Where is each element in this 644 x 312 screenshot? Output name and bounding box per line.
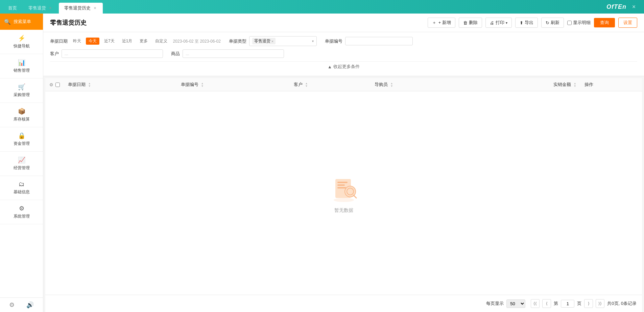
bill-type-tag: 零售退货 × xyxy=(252,38,276,44)
show-detail-checkbox-label[interactable]: 显示明细 xyxy=(567,20,591,26)
bill-type-label: 单据类型 xyxy=(229,38,246,44)
date-today-btn[interactable]: 今天 xyxy=(86,38,99,45)
sidebar-search-label: 搜索菜单 xyxy=(14,19,31,25)
goods-placeholder: ... xyxy=(186,51,189,56)
customer-placeholder: ... xyxy=(65,51,68,56)
customer-select[interactable]: ... xyxy=(62,49,163,58)
table-container: ⚙ 单据日期 ▲▼ 单据编号 ▲▼ xyxy=(45,78,642,312)
sidebar-item-label: 采购管理 xyxy=(14,92,30,98)
tab-home[interactable]: 首页 xyxy=(3,3,22,14)
date-yesterday-btn[interactable]: 昨天 xyxy=(70,38,84,45)
date-1month-btn[interactable]: 近1月 xyxy=(119,38,135,45)
brand-logo: OfTEn xyxy=(606,3,626,10)
filter-area: 单据日期 昨天 今天 近7天 近1月 更多 自定义 2023-06-02 至 2… xyxy=(43,32,644,76)
sidebar-item-system[interactable]: ⚙ 系统管理 xyxy=(0,200,43,224)
window-close-button[interactable]: × xyxy=(629,2,639,12)
quick-nav-icon: ⚡ xyxy=(18,35,25,42)
print-dropdown-icon: ▾ xyxy=(506,21,507,25)
sidebar-item-operations[interactable]: 📈 经营管理 xyxy=(0,152,43,176)
delete-icon: 🗑 xyxy=(463,20,468,25)
main-layout: 🔍 搜索菜单 ⚡ 快捷导航 📊 销售管理 🛒 采购管理 📦 库存核算 🔒 资金管… xyxy=(0,14,644,312)
date-custom-btn[interactable]: 自定义 xyxy=(152,38,170,45)
settings-col-icon[interactable]: ⚙ xyxy=(49,82,53,87)
bill-type-tag-close[interactable]: × xyxy=(271,39,273,43)
date-filter-item: 单据日期 昨天 今天 近7天 近1月 更多 自定义 2023-06-02 至 2… xyxy=(50,38,221,45)
settings-gear-icon[interactable]: ⚙ xyxy=(9,301,15,309)
col-customer: 客户 ▲▼ xyxy=(290,78,371,91)
header-actions: ＋ + 新增 🗑 删除 🖨 打印 ▾ ⬆ 导出 ↻ xyxy=(428,18,637,28)
select-all-checkbox[interactable] xyxy=(55,83,60,87)
sidebar-item-label: 系统管理 xyxy=(14,214,30,219)
svg-rect-3 xyxy=(337,184,345,186)
prev-page-button[interactable]: ⟨ xyxy=(542,299,551,308)
empty-icon xyxy=(329,173,359,203)
sort-date-icon[interactable]: ▲▼ xyxy=(88,82,91,88)
bill-no-input[interactable] xyxy=(345,37,413,45)
col-date: 单据日期 ▲▼ xyxy=(64,78,177,91)
sort-no-icon[interactable]: ▲▼ xyxy=(201,82,204,88)
sidebar-item-sales[interactable]: 📊 销售管理 xyxy=(0,54,43,79)
sidebar-item-finance[interactable]: 🔒 资金管理 xyxy=(0,127,43,152)
page-number-input[interactable] xyxy=(561,300,574,308)
print-icon: 🖨 xyxy=(490,20,494,25)
next-page-button[interactable]: ⟩ xyxy=(584,299,593,308)
col-guide: 导购员 ▲▼ xyxy=(371,78,468,91)
operations-icon: 📈 xyxy=(18,156,25,164)
export-icon: ⬆ xyxy=(520,20,523,25)
plus-icon: ＋ xyxy=(432,20,436,26)
date-7days-btn[interactable]: 近7天 xyxy=(101,38,117,45)
date-filter: 昨天 今天 近7天 近1月 更多 自定义 xyxy=(70,38,170,45)
print-button[interactable]: 🖨 打印 ▾ xyxy=(485,18,512,28)
sidebar-search[interactable]: 🔍 搜索菜单 xyxy=(0,14,43,30)
tab-retail-return[interactable]: 零售退货 × xyxy=(23,3,58,14)
refresh-button[interactable]: ↻ 刷新 xyxy=(541,18,564,28)
filter-row-2: 客户 ... 商品 ... xyxy=(50,49,637,58)
tab-retail-return-close[interactable]: × xyxy=(48,6,53,10)
setting-button[interactable]: 设置 xyxy=(618,18,637,28)
page-unit: 页 xyxy=(577,300,581,307)
sidebar-item-purchase[interactable]: 🛒 采购管理 xyxy=(0,79,43,103)
basic-info-icon: 🗂 xyxy=(19,181,25,188)
sort-amount-icon[interactable]: ▲▼ xyxy=(574,82,576,88)
last-page-button[interactable]: ⟩⟩ xyxy=(596,299,604,308)
collapse-label: 收起更多条件 xyxy=(333,64,360,70)
total-label: 共0页, 0条记录 xyxy=(607,300,637,307)
sidebar-item-inventory[interactable]: 📦 库存核算 xyxy=(0,103,43,127)
customer-filter-item: 客户 ... xyxy=(50,49,163,58)
sales-icon: 📊 xyxy=(18,59,25,66)
volume-icon[interactable]: 🔊 xyxy=(26,301,34,309)
search-icon: 🔍 xyxy=(4,19,11,25)
sidebar: 🔍 搜索菜单 ⚡ 快捷导航 📊 销售管理 🛒 采购管理 📦 库存核算 🔒 资金管… xyxy=(0,14,43,312)
sidebar-item-label: 资金管理 xyxy=(14,141,30,147)
goods-select[interactable]: ... xyxy=(183,49,284,58)
page-header: 零售退货历史 ＋ + 新增 🗑 删除 🖨 打印 ▾ ⬆ 导出 xyxy=(43,14,644,32)
sort-customer-icon[interactable]: ▲▼ xyxy=(305,82,308,88)
collapse-bar[interactable]: ▲ 收起更多条件 xyxy=(50,61,637,72)
sidebar-item-label: 经营管理 xyxy=(14,165,30,171)
sidebar-item-basic-info[interactable]: 🗂 基础信息 xyxy=(0,176,43,200)
top-bar-right: OfTEn × xyxy=(606,2,644,12)
bill-type-select[interactable]: 零售退货 × ▾ xyxy=(249,36,317,46)
empty-text: 暂无数据 xyxy=(334,207,353,214)
query-button[interactable]: 查询 xyxy=(594,18,615,27)
inventory-icon: 📦 xyxy=(18,108,25,115)
date-more-btn[interactable]: 更多 xyxy=(137,38,150,45)
sidebar-item-quick-nav[interactable]: ⚡ 快捷导航 xyxy=(0,30,43,54)
purchase-icon: 🛒 xyxy=(18,83,25,91)
finance-icon: 🔒 xyxy=(18,132,25,139)
sidebar-item-label: 销售管理 xyxy=(14,68,30,73)
per-page-select[interactable]: 50 10 20 100 xyxy=(506,299,525,308)
page-title: 零售退货历史 xyxy=(50,19,87,27)
tab-retail-return-history-close[interactable]: × xyxy=(93,6,97,10)
show-detail-checkbox[interactable] xyxy=(567,21,572,25)
new-button[interactable]: ＋ + 新增 xyxy=(428,18,455,28)
data-table: ⚙ 单据日期 ▲▼ 单据编号 ▲▼ xyxy=(45,78,642,91)
sort-guide-icon[interactable]: ▲▼ xyxy=(390,82,393,88)
delete-button[interactable]: 🗑 删除 xyxy=(459,18,482,28)
export-button[interactable]: ⬆ 导出 xyxy=(515,18,538,28)
bill-no-label: 单据编号 xyxy=(325,38,342,44)
content-area: 零售退货历史 ＋ + 新增 🗑 删除 🖨 打印 ▾ ⬆ 导出 xyxy=(43,14,644,312)
bill-type-filter-item: 单据类型 零售退货 × ▾ xyxy=(229,36,317,46)
tab-retail-return-history[interactable]: 零售退货历史 × xyxy=(59,3,103,14)
first-page-button[interactable]: ⟨⟨ xyxy=(531,299,540,308)
